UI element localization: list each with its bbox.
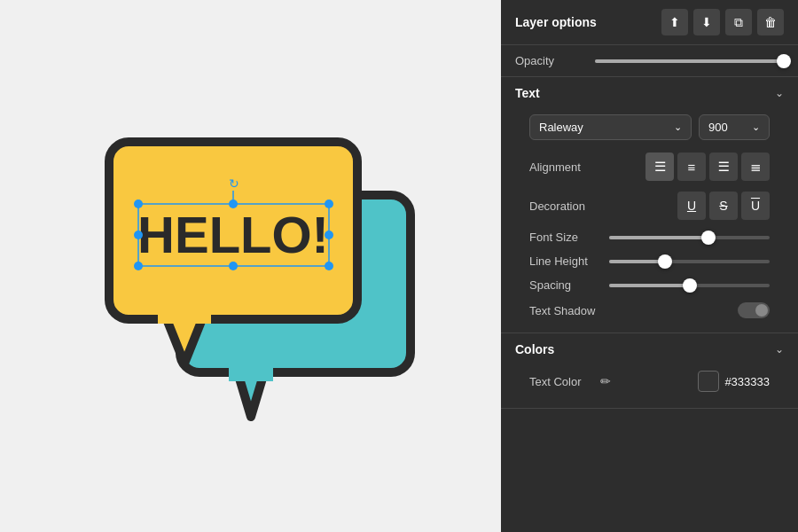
colors-section: Colors ⌄ Text Color ✏ #333333 bbox=[501, 333, 798, 409]
font-row: Raleway ⌄ 900 ⌄ bbox=[515, 107, 784, 147]
align-center-button[interactable]: ≡ bbox=[677, 153, 706, 181]
text-section-toggle[interactable]: ⌄ bbox=[775, 87, 784, 99]
strikethrough-button[interactable]: S bbox=[709, 192, 738, 220]
align-bottom-button[interactable]: ⬇ bbox=[693, 9, 720, 35]
alignment-label: Alignment bbox=[529, 160, 600, 174]
justify-button[interactable]: ≣ bbox=[741, 153, 770, 181]
spacing-thumb[interactable] bbox=[683, 278, 697, 293]
opacity-label: Opacity bbox=[515, 54, 586, 67]
text-section: Text ⌄ Raleway ⌄ 900 ⌄ Alignment ☰ ≡ ☰ ≣ bbox=[501, 77, 798, 333]
layer-options-icons: ⬆ ⬇ ⧉ 🗑 bbox=[661, 9, 784, 35]
text-shadow-row: Text Shadow bbox=[515, 297, 784, 324]
text-section-title: Text bbox=[515, 86, 540, 100]
text-section-header: Text ⌄ bbox=[515, 86, 784, 100]
underline-button[interactable]: U bbox=[677, 192, 706, 220]
right-panel: Layer options ⬆ ⬇ ⧉ 🗑 Opacity Text ⌄ Ral… bbox=[501, 0, 798, 532]
font-family-select[interactable]: Raleway ⌄ bbox=[529, 114, 692, 140]
delete-button[interactable]: 🗑 bbox=[757, 9, 784, 35]
colors-section-header: Colors ⌄ bbox=[515, 342, 784, 356]
font-size-label: Font Size bbox=[529, 231, 600, 244]
spacing-row: Spacing bbox=[515, 273, 784, 297]
line-height-thumb[interactable] bbox=[658, 254, 672, 269]
text-shadow-toggle[interactable] bbox=[738, 302, 770, 318]
alignment-buttons: ☰ ≡ ☰ ≣ bbox=[645, 153, 770, 181]
pencil-icon[interactable]: ✏ bbox=[600, 374, 611, 388]
line-height-row: Line Height bbox=[515, 249, 784, 273]
decoration-buttons: U S U bbox=[677, 192, 770, 220]
font-weight-chevron: ⌄ bbox=[752, 121, 760, 133]
layer-options-section: Layer options ⬆ ⬇ ⧉ 🗑 bbox=[501, 0, 798, 45]
svg-point-9 bbox=[325, 200, 333, 208]
font-weight-select[interactable]: 900 ⌄ bbox=[699, 114, 770, 140]
svg-rect-2 bbox=[229, 364, 273, 381]
svg-rect-5 bbox=[158, 310, 211, 324]
layer-options-title: Layer options bbox=[515, 15, 597, 29]
svg-point-11 bbox=[325, 262, 333, 270]
font-size-row: Font Size bbox=[515, 225, 784, 249]
colors-section-toggle[interactable]: ⌄ bbox=[775, 343, 784, 356]
canvas-area: HELLO! ↻ bbox=[0, 0, 501, 532]
text-color-value: #333333 bbox=[724, 375, 770, 388]
font-family-chevron: ⌄ bbox=[674, 121, 682, 133]
text-color-swatch[interactable] bbox=[698, 371, 719, 392]
line-height-label: Line Height bbox=[529, 254, 600, 268]
line-height-slider[interactable] bbox=[609, 260, 770, 263]
alignment-row: Alignment ☰ ≡ ☰ ≣ bbox=[515, 147, 784, 186]
spacing-label: Spacing bbox=[529, 278, 600, 292]
decoration-row: Decoration U S U bbox=[515, 186, 784, 225]
opacity-row: Opacity bbox=[501, 45, 798, 77]
font-family-value: Raleway bbox=[539, 121, 583, 134]
svg-point-10 bbox=[134, 262, 143, 270]
svg-point-8 bbox=[134, 200, 143, 208]
decoration-label: Decoration bbox=[529, 200, 600, 213]
duplicate-button[interactable]: ⧉ bbox=[725, 9, 752, 35]
text-color-label: Text Color bbox=[529, 375, 600, 388]
svg-point-13 bbox=[229, 262, 238, 270]
font-weight-value: 900 bbox=[708, 121, 728, 134]
svg-text:HELLO!: HELLO! bbox=[137, 206, 329, 263]
svg-point-15 bbox=[325, 231, 333, 239]
align-top-button[interactable]: ⬆ bbox=[661, 9, 688, 35]
overline-button[interactable]: U bbox=[741, 192, 770, 220]
colors-section-title: Colors bbox=[515, 342, 554, 356]
opacity-thumb[interactable] bbox=[777, 54, 791, 68]
text-color-row: Text Color ✏ #333333 bbox=[515, 364, 784, 399]
svg-point-14 bbox=[134, 231, 143, 239]
spacing-slider[interactable] bbox=[609, 284, 770, 287]
text-shadow-knob bbox=[755, 304, 768, 317]
svg-text:↻: ↻ bbox=[229, 176, 239, 191]
align-right-button[interactable]: ☰ bbox=[709, 153, 738, 181]
align-left-button[interactable]: ☰ bbox=[645, 153, 674, 181]
font-size-slider[interactable] bbox=[609, 236, 770, 239]
font-size-thumb[interactable] bbox=[701, 231, 716, 245]
illustration: HELLO! ↻ bbox=[60, 89, 442, 443]
opacity-slider[interactable] bbox=[595, 59, 784, 63]
text-shadow-label: Text Shadow bbox=[529, 304, 600, 317]
